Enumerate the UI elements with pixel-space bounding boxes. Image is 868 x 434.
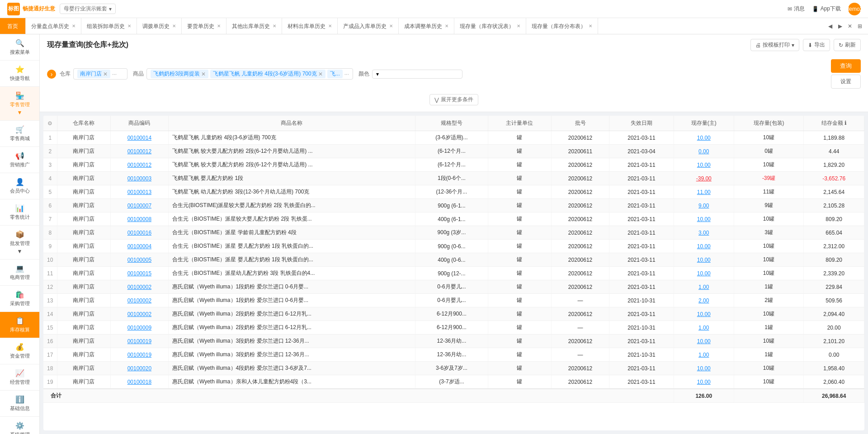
row-qty-main[interactable]: 10.00: [674, 362, 734, 375]
col-settings[interactable]: ⚙: [43, 116, 57, 131]
tab-close-8[interactable]: ✕: [445, 18, 448, 34]
tab-close-3[interactable]: ✕: [172, 18, 176, 34]
row-code[interactable]: 00100002: [110, 280, 168, 294]
row-code[interactable]: 00100004: [110, 240, 168, 253]
row-code[interactable]: 00100002: [110, 294, 168, 307]
tab-10[interactable]: 现存量（库存分布表） ✕: [526, 18, 598, 34]
tab-nav-left[interactable]: ◀: [826, 18, 835, 34]
message-btn[interactable]: ✉ 消息: [788, 5, 805, 13]
sidebar-item-retail-stats[interactable]: 📊 零售统计: [0, 199, 39, 226]
row-qty-main[interactable]: 3.00: [674, 226, 734, 240]
row-code[interactable]: 00100005: [110, 253, 168, 267]
row-qty-main[interactable]: 10.00: [674, 375, 734, 389]
sidebar-item-finance[interactable]: 💰 资金管理: [0, 338, 39, 364]
expand-more-button[interactable]: ⋁ 展开更多条件: [429, 94, 478, 105]
row-qty-main[interactable]: 2.00: [674, 294, 734, 307]
sidebar-item-ecommerce[interactable]: 💻 电商管理: [0, 259, 39, 286]
tab-9[interactable]: 现存量（库存状况表） ✕: [454, 18, 526, 34]
tab-close-4[interactable]: ✕: [217, 18, 221, 34]
row-qty-main[interactable]: 10.00: [674, 131, 734, 145]
sidebar-item-marketing[interactable]: 📢 营销推广: [0, 147, 39, 173]
query-button[interactable]: 查询: [831, 59, 861, 73]
refresh-button[interactable]: ↻ 刷新: [834, 39, 861, 51]
row-qty-main[interactable]: 10.00: [674, 253, 734, 267]
tab-nav-right[interactable]: ▶: [835, 18, 844, 34]
row-qty-main[interactable]: 10.00: [674, 307, 734, 321]
warehouse-tag-close[interactable]: ✕: [103, 71, 108, 77]
tab-2[interactable]: 组装拆卸单历史 ✕: [81, 18, 137, 34]
color-tag-group[interactable]: ▾: [372, 70, 462, 79]
row-code[interactable]: 00100012: [110, 145, 168, 158]
row-code[interactable]: 00100008: [110, 212, 168, 226]
row-code[interactable]: 00100012: [110, 158, 168, 172]
tab-7[interactable]: 产成品入库单历史 ✕: [338, 18, 399, 34]
row-qty-main[interactable]: 0.00: [674, 145, 734, 158]
tab-3[interactable]: 调拨单历史 ✕: [137, 18, 182, 34]
row-code[interactable]: 00100018: [110, 375, 168, 389]
row-qty-main[interactable]: 1.00: [674, 280, 734, 294]
col-settings-icon[interactable]: ⚙: [47, 120, 52, 127]
row-qty-main[interactable]: 11.00: [674, 185, 734, 199]
tab-home[interactable]: 首页: [0, 18, 26, 34]
row-code[interactable]: 00100009: [110, 321, 168, 335]
tab-close-5[interactable]: ✕: [273, 18, 276, 34]
tab-4[interactable]: 要货单历史 ✕: [182, 18, 226, 34]
row-code[interactable]: 00100003: [110, 172, 168, 185]
row-code[interactable]: 00100013: [110, 185, 168, 199]
sidebar-item-retail-mgmt[interactable]: 🏪 零售管理 ▼: [0, 87, 39, 121]
row-qty-main[interactable]: 9.00: [674, 199, 734, 212]
setting-button[interactable]: 设置: [831, 75, 861, 89]
tab-close-7[interactable]: ✕: [389, 18, 393, 34]
expand-filter-btn[interactable]: ›: [47, 70, 56, 79]
inventory-table: ⚙ 仓库名称 商品编码 商品名称 规格型号 主计量单位 批号 失效日期 现存量(…: [43, 116, 864, 403]
sidebar-item-search[interactable]: 🔍 搜索菜单: [0, 34, 39, 61]
row-qty-main[interactable]: 10.00: [674, 158, 734, 172]
tab-5[interactable]: 其他出库单历史 ✕: [226, 18, 282, 34]
print-button[interactable]: 🖨 按模板打印 ▾: [750, 39, 799, 51]
row-code[interactable]: 00100002: [110, 307, 168, 321]
sidebar-item-system[interactable]: ⚙️ 系统管理: [0, 417, 39, 434]
warehouse-more[interactable]: ···: [112, 71, 117, 77]
product-tag-0-close[interactable]: ✕: [201, 71, 206, 77]
sidebar-item-retail-shop[interactable]: 🛒 零售商城: [0, 121, 39, 147]
sidebar-item-operations[interactable]: 📈 经营管理: [0, 364, 39, 391]
row-qty-main[interactable]: 10.00: [674, 212, 734, 226]
row-qty-main[interactable]: 1.00: [674, 321, 734, 335]
product-tag-1-close[interactable]: ✕: [318, 71, 323, 77]
tab-close-all[interactable]: ✕: [845, 18, 854, 34]
row-code[interactable]: 00100019: [110, 335, 168, 348]
row-qty-main[interactable]: 10.00: [674, 267, 734, 280]
row-qty-main[interactable]: 10.00: [674, 335, 734, 348]
row-qty-main[interactable]: 1.00: [674, 348, 734, 362]
row-code[interactable]: 00100019: [110, 348, 168, 362]
tab-close-6[interactable]: ✕: [328, 18, 332, 34]
product-more[interactable]: ···: [344, 71, 349, 77]
user-area[interactable]: demo2: [848, 3, 861, 15]
row-qty-main[interactable]: -39.00: [674, 172, 734, 185]
tab-close-1[interactable]: ✕: [72, 18, 75, 34]
app-download-btn[interactable]: 📱 App下载: [812, 5, 841, 13]
sidebar-item-inventory[interactable]: 📋 库存核算: [0, 312, 39, 338]
tab-close-9[interactable]: ✕: [517, 18, 520, 34]
sidebar-item-basic-info[interactable]: ℹ️ 基础信息: [0, 391, 39, 417]
tab-expand[interactable]: ⊞: [855, 18, 864, 34]
row-qty-main[interactable]: 10.00: [674, 240, 734, 253]
sidebar-item-nav[interactable]: ⭐ 快捷导航: [0, 61, 39, 87]
export-button[interactable]: ⬇ 导出: [803, 39, 830, 51]
row-code[interactable]: 00100014: [110, 131, 168, 145]
tab-8[interactable]: 成本调整单历史 ✕: [399, 18, 454, 34]
sidebar-item-purchase[interactable]: 🛍️ 采购管理: [0, 286, 39, 312]
product-tag-group[interactable]: 飞鹤奶粉3段两提装 ✕ 飞鹤星飞帆 儿童奶粉 4段(3-6岁适用) 700克 ✕…: [146, 68, 353, 80]
tab-close-2[interactable]: ✕: [127, 18, 131, 34]
row-code[interactable]: 00100016: [110, 226, 168, 240]
warehouse-tag-group[interactable]: 南岸门店 ✕ ···: [73, 68, 127, 80]
sidebar-item-member[interactable]: 👤 会员中心: [0, 173, 39, 199]
row-code[interactable]: 00100020: [110, 362, 168, 375]
warehouse-select[interactable]: 母婴行业演示账套 ▾: [60, 4, 116, 14]
tab-6[interactable]: 材料出库单历史 ✕: [282, 18, 338, 34]
tab-1[interactable]: 分量盘点单历史 ✕: [26, 18, 81, 34]
tab-close-10[interactable]: ✕: [589, 18, 592, 34]
sidebar-item-wholesale[interactable]: 📦 批发管理 ▼: [0, 226, 39, 259]
row-code[interactable]: 00100015: [110, 267, 168, 280]
row-code[interactable]: 00100007: [110, 199, 168, 212]
